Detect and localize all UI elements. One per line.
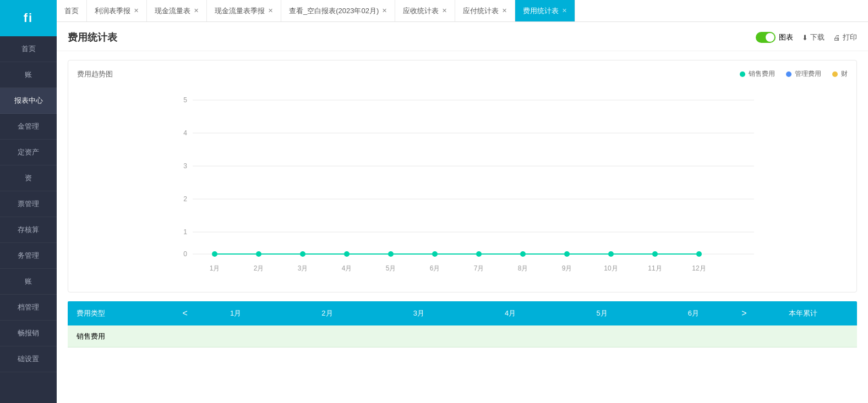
- svg-point-14: [300, 251, 305, 257]
- svg-point-19: [520, 251, 526, 257]
- tab-cashflow[interactable]: 现金流量表 ✕: [147, 0, 207, 22]
- chart-toggle-wrap: 图表: [756, 32, 793, 43]
- svg-text:9月: 9月: [562, 264, 572, 272]
- svg-point-21: [608, 251, 614, 257]
- legend-label-management: 管理费用: [795, 69, 821, 79]
- svg-point-23: [696, 251, 702, 257]
- svg-text:2月: 2月: [254, 264, 264, 272]
- sidebar-item-fund[interactable]: 金管理: [0, 114, 57, 140]
- tab-close-cashflow[interactable]: ✕: [194, 7, 199, 14]
- tab-bar: 首页 利润表季报 ✕ 现金流量表 ✕ 现金流量表季报 ✕ 查看_空白报表(202…: [57, 0, 868, 22]
- sidebar-item-account[interactable]: 账: [0, 62, 57, 88]
- svg-text:4: 4: [183, 129, 187, 137]
- svg-point-20: [564, 251, 570, 257]
- svg-text:0: 0: [183, 250, 187, 258]
- sidebar-item-base-settings[interactable]: 础设置: [0, 346, 57, 372]
- table-nav-prev[interactable]: <: [180, 308, 189, 318]
- tab-close-payable-stats[interactable]: ✕: [502, 7, 507, 14]
- sidebar-item-smooth-cancel[interactable]: 畅报销: [0, 321, 57, 346]
- svg-point-16: [388, 251, 394, 257]
- chart-toggle[interactable]: [756, 32, 776, 43]
- table-row: 销售费用: [68, 325, 857, 347]
- table-nav-next[interactable]: >: [739, 308, 749, 318]
- main-area: 首页 利润表季报 ✕ 现金流量表 ✕ 现金流量表季报 ✕ 查看_空白报表(202…: [57, 0, 868, 403]
- th-month-1: 1月: [190, 308, 281, 318]
- tab-close-expense-stats[interactable]: ✕: [562, 7, 567, 14]
- content-area: 费用统计表 图表 ⬇ 下载 🖨 打印 费用趋势图: [57, 22, 868, 403]
- th-month-3: 3月: [373, 308, 465, 318]
- sidebar-item-investment[interactable]: 资: [0, 165, 57, 191]
- svg-text:11月: 11月: [648, 264, 662, 272]
- legend-label-finance: 财: [841, 69, 848, 79]
- print-icon: 🖨: [833, 34, 840, 42]
- svg-point-22: [652, 251, 658, 257]
- tab-cashflow-quarterly[interactable]: 现金流量表季报 ✕: [207, 0, 281, 22]
- td-type: 销售费用: [68, 332, 185, 341]
- tab-blank-report[interactable]: 查看_空白报表(2023年02月) ✕: [281, 0, 395, 22]
- tab-close-receivable-stats[interactable]: ✕: [442, 7, 447, 14]
- sidebar-item-inventory[interactable]: 存核算: [0, 217, 57, 243]
- chart-legend: 销售费用 管理费用 财: [740, 69, 848, 79]
- svg-text:8月: 8月: [518, 264, 528, 272]
- svg-text:5: 5: [183, 96, 187, 104]
- svg-text:12月: 12月: [692, 264, 706, 272]
- sidebar-item-report-center[interactable]: 报表中心: [0, 88, 57, 114]
- tab-payable-stats[interactable]: 应付统计表 ✕: [455, 0, 515, 22]
- svg-text:4月: 4月: [342, 264, 352, 272]
- header-actions: 图表 ⬇ 下载 🖨 打印: [756, 32, 857, 43]
- tab-close-profit-quarterly[interactable]: ✕: [134, 7, 139, 14]
- svg-point-15: [344, 251, 350, 257]
- tab-close-cashflow-quarterly[interactable]: ✕: [268, 7, 273, 14]
- download-button[interactable]: ⬇ 下载: [802, 32, 825, 42]
- legend-dot-finance: [832, 71, 838, 77]
- download-icon: ⬇: [802, 34, 808, 42]
- table-header: 费用类型 < 1月 2月 3月 4月 5月 6月 > 本年累计: [68, 301, 857, 325]
- legend-label-sales: 销售费用: [749, 69, 775, 79]
- chart-title: 费用趋势图: [77, 69, 113, 79]
- tab-receivable-stats[interactable]: 应收统计表 ✕: [395, 0, 455, 22]
- svg-text:7月: 7月: [474, 264, 484, 272]
- tab-profit-quarterly[interactable]: 利润表季报 ✕: [87, 0, 147, 22]
- tab-close-blank-report[interactable]: ✕: [382, 7, 387, 14]
- svg-text:5月: 5月: [386, 264, 396, 272]
- svg-text:1月: 1月: [210, 264, 220, 272]
- th-total: 本年累计: [749, 308, 857, 318]
- svg-point-17: [432, 251, 438, 257]
- th-month-4: 4月: [465, 308, 556, 318]
- app-logo: fi: [0, 0, 57, 36]
- sidebar-item-archive[interactable]: 档管理: [0, 295, 57, 321]
- sidebar-item-ticket[interactable]: 票管理: [0, 191, 57, 217]
- svg-text:10月: 10月: [604, 264, 618, 272]
- th-month-2: 2月: [281, 308, 373, 318]
- legend-sales: 销售费用: [740, 69, 775, 79]
- chart-svg: 0 1 2 3 4 5: [77, 84, 848, 281]
- th-month-6: 6月: [648, 308, 739, 318]
- sidebar-item-receivable[interactable]: 账: [0, 269, 57, 295]
- svg-text:3: 3: [183, 162, 187, 170]
- legend-dot-sales: [740, 71, 745, 77]
- svg-point-13: [256, 251, 261, 257]
- tab-home[interactable]: 首页: [57, 0, 87, 22]
- sidebar-item-home[interactable]: 首页: [0, 36, 57, 62]
- legend-finance: 财: [832, 69, 848, 79]
- svg-text:3月: 3月: [298, 264, 308, 272]
- page-title: 费用统计表: [68, 31, 117, 44]
- svg-text:1: 1: [183, 228, 187, 236]
- chart-container: 费用趋势图 销售费用 管理费用 财: [68, 60, 857, 292]
- chart-svg-wrap: 0 1 2 3 4 5: [77, 84, 848, 283]
- svg-text:2: 2: [183, 195, 187, 203]
- th-type: 费用类型: [68, 308, 180, 318]
- print-button[interactable]: 🖨 打印: [833, 32, 857, 42]
- expense-table: 费用类型 < 1月 2月 3月 4月 5月 6月 > 本年累计 销售费用: [68, 301, 857, 347]
- legend-dot-management: [786, 71, 791, 77]
- sidebar: fi 首页 账 报表中心 金管理 定资产 资 票管理 存核算 务管理 账 档管理…: [0, 0, 57, 403]
- svg-point-12: [212, 251, 217, 257]
- svg-text:6月: 6月: [430, 264, 440, 272]
- sidebar-item-business[interactable]: 务管理: [0, 243, 57, 269]
- tab-expense-stats[interactable]: 费用统计表 ✕: [515, 0, 575, 22]
- legend-management: 管理费用: [786, 69, 821, 79]
- sidebar-item-fixed-assets[interactable]: 定资产: [0, 140, 57, 165]
- chart-toggle-label: 图表: [779, 32, 793, 42]
- page-header: 费用统计表 图表 ⬇ 下载 🖨 打印: [57, 22, 868, 51]
- svg-point-18: [476, 251, 482, 257]
